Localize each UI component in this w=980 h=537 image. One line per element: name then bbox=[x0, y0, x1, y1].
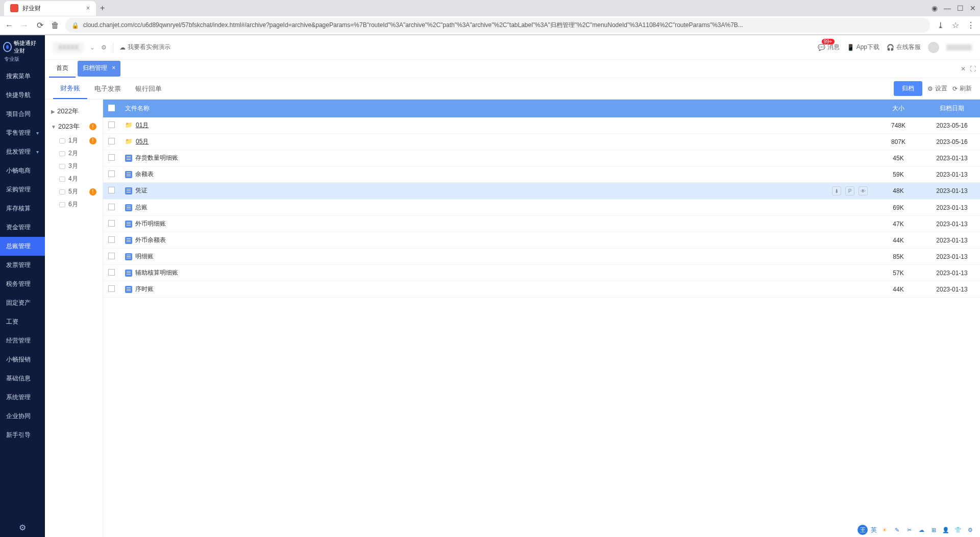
table-row[interactable]: 📁01月748K2023-05-16 bbox=[103, 117, 980, 134]
sidebar-item[interactable]: 搜索菜单 bbox=[0, 67, 45, 86]
support-button[interactable]: 🎧 在线客服 bbox=[887, 43, 921, 52]
table-row[interactable]: 序时账44K2023-01-13 bbox=[103, 281, 980, 298]
install-icon[interactable]: ⤓ bbox=[935, 20, 945, 30]
sidebar-settings-icon[interactable]: ⚙ bbox=[0, 518, 45, 537]
tb-icon-1[interactable]: ☀ bbox=[880, 525, 889, 534]
sidebar-item[interactable]: 批发管理▾ bbox=[0, 142, 45, 161]
sidebar-item[interactable]: 快捷导航 bbox=[0, 86, 45, 105]
reload-button[interactable]: ⟳ bbox=[35, 20, 45, 30]
settings-button[interactable]: ⚙设置 bbox=[927, 84, 947, 93]
tb-icon-5[interactable]: ⊞ bbox=[929, 525, 938, 534]
action-download-icon[interactable]: ⬇ bbox=[832, 186, 841, 196]
table-row[interactable]: 辅助核算明细账57K2023-01-13 bbox=[103, 265, 980, 281]
demo-link[interactable]: ☁ 我要看实例演示 bbox=[119, 43, 170, 52]
tb-icon-2[interactable]: ✎ bbox=[892, 525, 901, 534]
row-checkbox[interactable] bbox=[108, 220, 115, 227]
tab-close-icon[interactable]: × bbox=[112, 64, 115, 71]
download-button[interactable]: 📱 App下载 bbox=[847, 43, 879, 52]
row-checkbox[interactable] bbox=[108, 121, 115, 128]
file-name-link[interactable]: 01月 bbox=[136, 121, 149, 129]
table-row[interactable]: 明细账85K2023-01-13 bbox=[103, 249, 980, 265]
browser-tab[interactable]: 好业财 × bbox=[4, 1, 96, 16]
maximize-icon[interactable]: ☐ bbox=[957, 4, 964, 12]
sidebar-item[interactable]: 总账管理 bbox=[0, 237, 45, 256]
table-row[interactable]: 凭证⬇P👁48K2023-01-13 bbox=[103, 183, 980, 200]
row-checkbox[interactable] bbox=[108, 187, 115, 193]
fullscreen-icon[interactable]: ⛶ bbox=[970, 65, 976, 72]
tree-month[interactable]: 1月! bbox=[45, 134, 103, 147]
ime-indicator[interactable]: 王 bbox=[857, 525, 868, 535]
row-checkbox[interactable] bbox=[108, 285, 115, 292]
row-checkbox[interactable] bbox=[108, 138, 115, 144]
sidebar-item[interactable]: 发票管理 bbox=[0, 256, 45, 275]
messages-button[interactable]: 99+ 💬 消息 bbox=[818, 43, 840, 52]
new-tab-button[interactable]: + bbox=[100, 4, 105, 13]
sidebar-item[interactable]: 税务管理 bbox=[0, 275, 45, 294]
archive-button[interactable]: 归档 bbox=[894, 81, 922, 96]
sidebar-item[interactable]: 固定资产 bbox=[0, 294, 45, 312]
account-icon[interactable]: ◉ bbox=[932, 4, 938, 12]
sidebar-item[interactable]: 零售管理▾ bbox=[0, 124, 45, 142]
refresh-button[interactable]: ⟳刷新 bbox=[952, 84, 972, 93]
close-all-tabs-icon[interactable]: ✕ bbox=[961, 65, 966, 72]
tb-icon-8[interactable]: ⚙ bbox=[966, 525, 975, 534]
select-all-checkbox[interactable] bbox=[108, 105, 115, 111]
table-row[interactable]: 外币明细账47K2023-01-13 bbox=[103, 216, 980, 232]
row-checkbox[interactable] bbox=[108, 236, 115, 243]
tb-icon-4[interactable]: ☁ bbox=[917, 525, 926, 534]
sidebar-item[interactable]: 小畅报销 bbox=[0, 350, 45, 369]
row-checkbox[interactable] bbox=[108, 204, 115, 210]
tree-month[interactable]: 2月 bbox=[45, 147, 103, 160]
sidebar-item[interactable]: 系统管理 bbox=[0, 388, 45, 407]
row-checkbox[interactable] bbox=[108, 269, 115, 276]
tree-year-2023[interactable]: ▼2023年! bbox=[45, 119, 103, 134]
tab-close-icon[interactable]: × bbox=[86, 5, 90, 12]
table-row[interactable]: 外币余额表44K2023-01-13 bbox=[103, 232, 980, 249]
close-window-icon[interactable]: ✕ bbox=[970, 4, 976, 12]
action-pdf-icon[interactable]: P bbox=[845, 186, 854, 196]
row-checkbox[interactable] bbox=[108, 170, 115, 177]
menu-icon[interactable]: ⋮ bbox=[966, 20, 976, 30]
file-name-link[interactable]: 05月 bbox=[136, 138, 149, 145]
delete-icon[interactable]: 🗑 bbox=[50, 21, 60, 30]
ime-lang[interactable]: 英 bbox=[871, 526, 877, 534]
tree-month[interactable]: 4月 bbox=[45, 173, 103, 185]
org-dropdown-icon[interactable]: ⌄ bbox=[90, 44, 95, 51]
tab-home[interactable]: 首页 bbox=[49, 60, 76, 78]
tree-month[interactable]: 5月! bbox=[45, 185, 103, 198]
tree-month[interactable]: 6月 bbox=[45, 198, 103, 211]
sidebar-item[interactable]: 库存核算 bbox=[0, 199, 45, 218]
tb-icon-7[interactable]: 👕 bbox=[953, 525, 963, 534]
subtab-finance[interactable]: 财务账 bbox=[53, 79, 87, 99]
tb-icon-3[interactable]: ✂ bbox=[904, 525, 914, 534]
url-bar[interactable]: 🔒 cloud.chanjet.com/cc/u6d89qwnryel/57bf… bbox=[65, 18, 930, 33]
minimize-icon[interactable]: — bbox=[944, 4, 951, 12]
sidebar-item[interactable]: 基础信息 bbox=[0, 369, 45, 388]
back-button[interactable]: ← bbox=[4, 21, 14, 30]
action-view-icon[interactable]: 👁 bbox=[859, 186, 868, 196]
sidebar-item[interactable]: 小畅电商 bbox=[0, 161, 45, 180]
bookmark-icon[interactable]: ☆ bbox=[950, 20, 961, 30]
tree-month[interactable]: 3月 bbox=[45, 160, 103, 173]
row-checkbox[interactable] bbox=[108, 154, 115, 161]
subtab-einvoice[interactable]: 电子发票 bbox=[87, 79, 128, 99]
tab-archive[interactable]: 归档管理 × bbox=[78, 61, 120, 77]
subtab-bank[interactable]: 银行回单 bbox=[128, 79, 169, 99]
avatar[interactable] bbox=[928, 42, 939, 53]
sidebar-item[interactable]: 企业协同 bbox=[0, 407, 45, 426]
tb-icon-6[interactable]: 👤 bbox=[941, 525, 950, 534]
org-settings-icon[interactable]: ⚙ bbox=[101, 44, 107, 51]
table-row[interactable]: 存货数量明细账45K2023-01-13 bbox=[103, 150, 980, 166]
sidebar-item[interactable]: 工资 bbox=[0, 312, 45, 331]
sidebar-item[interactable]: 新手引导 bbox=[0, 426, 45, 445]
sidebar-item[interactable]: 项目合同 bbox=[0, 105, 45, 124]
tree-year-2022[interactable]: ▶2022年 bbox=[45, 104, 103, 119]
sidebar-item[interactable]: 经营管理 bbox=[0, 331, 45, 350]
sidebar-item[interactable]: 采购管理 bbox=[0, 180, 45, 199]
sidebar-item[interactable]: 资金管理 bbox=[0, 218, 45, 237]
forward-button[interactable]: → bbox=[19, 21, 30, 30]
row-checkbox[interactable] bbox=[108, 253, 115, 259]
table-row[interactable]: 📁05月807K2023-05-16 bbox=[103, 134, 980, 150]
table-row[interactable]: 总账69K2023-01-13 bbox=[103, 200, 980, 216]
table-row[interactable]: 余额表59K2023-01-13 bbox=[103, 166, 980, 183]
